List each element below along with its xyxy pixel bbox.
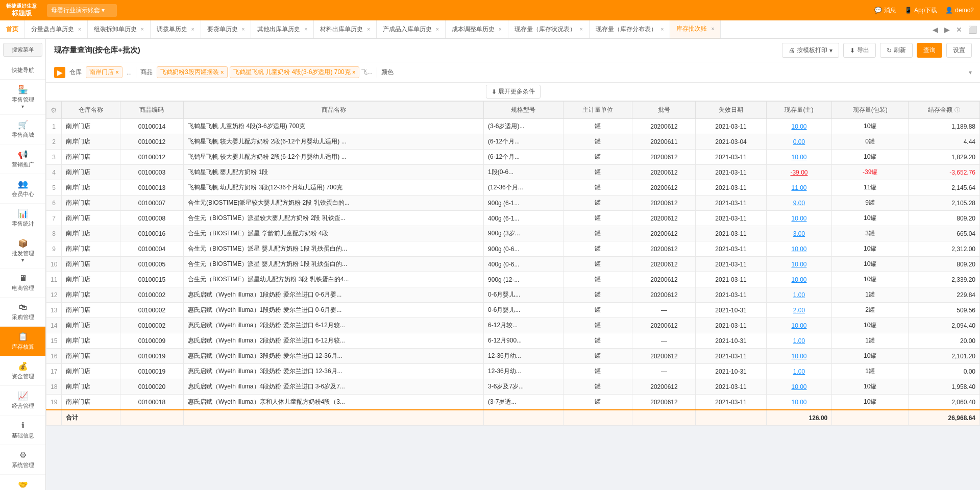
table-cell[interactable]: 11.00 — [766, 180, 832, 195]
filter-end: ▾ — [969, 69, 972, 76]
table-cell: (6-12个月... — [484, 134, 564, 150]
tab-arrow-left[interactable]: ◀ — [929, 26, 941, 34]
sidebar-item-system[interactable]: ⚙ 系统管理 — [0, 445, 45, 475]
table-cell[interactable]: 3.00 — [766, 226, 832, 241]
table-cell: 2,145.64 — [909, 180, 980, 195]
table-cell[interactable]: 1.00 — [766, 287, 832, 303]
sidebar-item-basic[interactable]: ℹ 基础信息 — [0, 415, 45, 445]
table-cell[interactable]: 10.00 — [766, 241, 832, 257]
table-cell[interactable]: 10.00 — [766, 318, 832, 333]
table-cell: 南岸门店 — [62, 379, 120, 395]
color-dropdown-arrow[interactable]: ▾ — [969, 69, 972, 76]
warehouse-tag[interactable]: 南岸门店 × — [86, 66, 122, 78]
table-cell[interactable]: 10.00 — [766, 257, 832, 272]
filter-bar: ▶ 仓库 南岸门店 × ... 商品 飞鹤奶粉3段丙罐摆装 × 飞鹤星飞帆 儿童… — [46, 62, 980, 83]
tab-xiancun2[interactable]: 现存量（库存分布表）× — [590, 20, 671, 39]
sidebar-item-retail[interactable]: 🏪 零售管理 ▾ — [0, 80, 45, 115]
product-tag-2[interactable]: 飞鹤星飞帆 儿童奶粉 4段(3-6岁适用) 700克 × — [230, 66, 359, 78]
user-profile-btn[interactable]: 👤 demo2 — [945, 7, 974, 14]
tab-chanpin[interactable]: 产成品入库单历史 × — [377, 20, 446, 39]
table-cell[interactable]: 10.00 — [766, 272, 832, 287]
sidebar-item-marketing[interactable]: 📢 营销推广 — [0, 144, 45, 174]
sidebar-item-collab[interactable]: 🤝 企业协同 — [0, 475, 45, 490]
sidebar-item-retail-stats[interactable]: 📊 零售统计 — [0, 204, 45, 233]
sidebar-item-inventory[interactable]: 📋 库存核算 — [0, 327, 45, 356]
table-cell: 2021-03-11 — [696, 195, 766, 211]
tab-close-all[interactable]: ✕ — [953, 26, 965, 34]
warehouse-tag-remove[interactable]: × — [115, 69, 119, 76]
table-cell: 2021-03-11 — [696, 241, 766, 257]
table-row: 12南岸门店00100002惠氏启赋（Wyeth illuma）1段奶粉 爱尔兰… — [46, 287, 980, 303]
gear-icon[interactable]: ⚙ — [51, 106, 57, 114]
settings-btn[interactable]: 设置 — [946, 43, 972, 58]
table-cell[interactable]: 10.00 — [766, 379, 832, 395]
tab-cailiaochuku[interactable]: 材料出库单历史 × — [314, 20, 377, 39]
table-cell[interactable]: 10.00 — [766, 349, 832, 364]
product-label: 商品 — [140, 68, 153, 77]
product-more[interactable]: 飞... — [361, 68, 373, 77]
tab-chengben[interactable]: 成本调整单历史 × — [446, 20, 508, 39]
finance-icon: 💰 — [18, 361, 28, 371]
tab-yaohuo[interactable]: 要货单历史 × — [201, 20, 252, 39]
tab-qitachuku[interactable]: 其他出库单历史 × — [251, 20, 314, 39]
table-cell[interactable]: 2.00 — [766, 303, 832, 318]
search-menu-btn[interactable]: 搜索菜单 — [3, 43, 42, 57]
summary-cell — [632, 410, 696, 426]
table-cell[interactable]: 10.00 — [766, 211, 832, 226]
message-btn[interactable]: 💬 消息 — [874, 6, 896, 15]
amount-info-icon[interactable]: ⓘ — [954, 107, 960, 113]
table-cell: 400g (0-6... — [484, 257, 564, 272]
summary-cell — [563, 410, 632, 426]
table-cell: 20.00 — [909, 333, 980, 349]
sidebar-item-purchase[interactable]: 🛍 采购管理 — [0, 298, 45, 327]
sidebar-item-finance[interactable]: 💰 资金管理 — [0, 356, 45, 386]
filter-expand-btn[interactable]: ▶ — [54, 67, 65, 78]
table-cell: 00100002 — [120, 287, 183, 303]
print-btn[interactable]: 🖨 按模板打印 ▾ — [782, 43, 839, 58]
tab-maximize[interactable]: ⬜ — [965, 26, 980, 34]
export-btn[interactable]: ⬇ 导出 — [843, 43, 876, 58]
operations-icon: 📈 — [18, 391, 28, 401]
table-cell: 2,105.28 — [909, 195, 980, 211]
product-tag-1[interactable]: 飞鹤奶粉3段丙罐摆装 × — [157, 66, 228, 78]
table-cell: 罐 — [563, 379, 632, 395]
tab-fenliang[interactable]: 分量盘点单历史 × — [25, 20, 88, 39]
tab-zuzhuan[interactable]: 组装拆卸单历史 × — [88, 20, 151, 39]
col-gear[interactable]: ⚙ — [46, 102, 62, 119]
tab-kucun[interactable]: 库存批次账 × — [670, 20, 721, 39]
table-cell: 20200612 — [632, 318, 696, 333]
query-btn[interactable]: 查询 — [917, 43, 942, 58]
warehouse-more[interactable]: ... — [127, 69, 132, 76]
tab-xiancun1[interactable]: 现存量（库存状况表）× — [508, 20, 590, 39]
table-cell[interactable]: 0.00 — [766, 134, 832, 150]
table-cell[interactable]: -39.00 — [766, 165, 832, 180]
table-cell: 罐 — [563, 226, 632, 241]
sidebar-label-retail-stats: 零售统计 — [12, 220, 34, 228]
tab-diaobao[interactable]: 调拨单历史 × — [151, 20, 201, 39]
table-cell: 10罐 — [832, 395, 909, 410]
sidebar-item-mall[interactable]: 🛒 零售商城 — [0, 115, 45, 144]
product-tag-1-remove[interactable]: × — [220, 69, 224, 76]
product-tag-2-remove[interactable]: × — [352, 69, 356, 76]
table-cell[interactable]: 10.00 — [766, 119, 832, 134]
table-cell[interactable]: 1.00 — [766, 333, 832, 349]
table-cell[interactable]: 1.00 — [766, 364, 832, 379]
expand-more-btn[interactable]: ⬇ 展开更多条件 — [486, 85, 541, 99]
tab-arrow-right[interactable]: ▶ — [941, 26, 953, 34]
sidebar-item-member[interactable]: 👥 会员中心 — [0, 174, 45, 204]
table-cell: 20200612 — [632, 272, 696, 287]
sidebar-item-wholesale[interactable]: 📦 批发管理 ▾ — [0, 233, 45, 268]
table-cell[interactable]: 10.00 — [766, 150, 832, 165]
quick-nav-btn[interactable]: 快捷导航 — [0, 63, 45, 77]
tab-home[interactable]: 首页 — [0, 20, 25, 39]
sidebar-item-operations[interactable]: 📈 经营管理 — [0, 386, 45, 415]
app-download-btn[interactable]: 📱 App下载 — [904, 6, 937, 15]
summary-cell: 26,968.64 — [909, 410, 980, 426]
table-cell[interactable]: 10.00 — [766, 395, 832, 410]
account-dropdown[interactable]: 母婴行业演示账套 ▾ — [47, 4, 117, 17]
refresh-btn[interactable]: ↻ 刷新 — [880, 43, 913, 58]
table-cell: 南岸门店 — [62, 241, 120, 257]
table-cell[interactable]: 9.00 — [766, 195, 832, 211]
sidebar-item-ecom[interactable]: 🖥 电商管理 — [0, 268, 45, 298]
product-tags: 飞鹤奶粉3段丙罐摆装 × 飞鹤星飞帆 儿童奶粉 4段(3-6岁适用) 700克 … — [157, 66, 373, 78]
